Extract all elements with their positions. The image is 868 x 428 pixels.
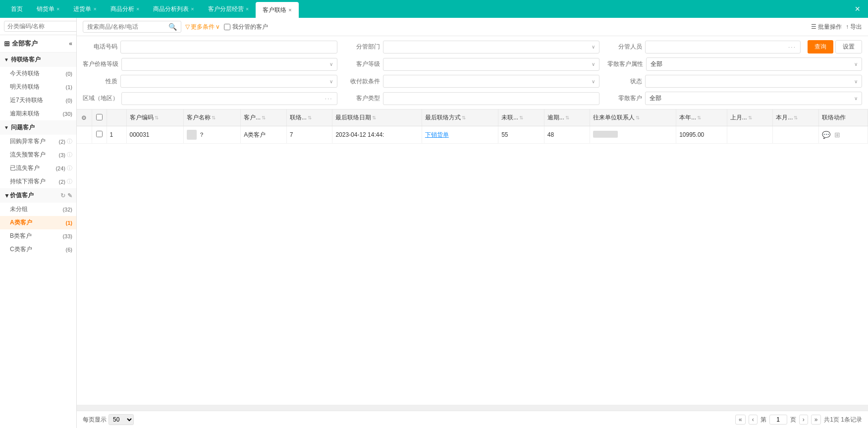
nav-product-analysis-close[interactable]: ×: [136, 6, 139, 12]
nav-home[interactable]: 首页: [4, 0, 30, 18]
row-type: A类客户: [241, 126, 287, 144]
row-last-method[interactable]: 下销货单: [422, 126, 498, 144]
nav-customer-contact-close[interactable]: ×: [288, 7, 291, 13]
page-number-input[interactable]: [769, 415, 787, 425]
table-col-uncontacted[interactable]: 未联...⇅: [498, 109, 544, 126]
row-checkbox-cell[interactable]: [92, 126, 107, 144]
nav-customer-contact[interactable]: 客户联络 ×: [256, 2, 298, 18]
nav-customer-segment[interactable]: 客户分层经营 ×: [201, 0, 256, 18]
export-button[interactable]: ↑ 导出: [846, 23, 862, 31]
price-level-dropdown[interactable]: ∨: [121, 58, 337, 71]
my-customers-checkbox[interactable]: [224, 24, 230, 30]
info-icon: ⓘ: [67, 138, 72, 145]
info-icon: ⓘ: [67, 164, 72, 172]
payment-dropdown[interactable]: ∨: [383, 75, 600, 88]
sidebar-item-churn-warning[interactable]: 流失预警客户 (3) ⓘ: [0, 148, 76, 161]
arrow-down-icon: ▼: [4, 192, 10, 199]
filter-search-icon[interactable]: 🔍: [168, 23, 177, 31]
table-col-last-method[interactable]: 最后联络方式⇅: [422, 109, 498, 126]
row-last-date: 2023-04-12 14:44:: [332, 126, 422, 144]
edit-icon[interactable]: ✎: [67, 192, 72, 199]
row-last-month: [727, 126, 773, 144]
table-col-action: 联络动作: [818, 109, 868, 126]
retail-customer-dropdown[interactable]: 全部∨: [645, 92, 862, 105]
customer-type-input[interactable]: [383, 92, 600, 105]
table-col-unit-contact[interactable]: 往来单位联系人⇅: [590, 109, 676, 126]
table-col-type[interactable]: 客户...⇅: [241, 109, 287, 126]
my-customers-checkbox-label[interactable]: 我分管的客户: [224, 23, 268, 31]
grid-action-icon[interactable]: ⊞: [834, 131, 840, 139]
settings-button[interactable]: 设置: [835, 40, 862, 54]
nav-product-list[interactable]: 商品分析列表 ×: [146, 0, 201, 18]
sidebar-item-today[interactable]: 今天待联络 (0): [0, 67, 76, 80]
retail-attr-dropdown[interactable]: 全部∨: [646, 57, 862, 71]
sidebar-item-c-class[interactable]: C类客户 (6): [0, 243, 76, 256]
sidebar: 🔍 ⊞ 全部客户 « ▼ 待联络客户 今天待联络 (0) 明天待联络 (1) 近…: [0, 18, 77, 428]
select-all-checkbox[interactable]: [96, 114, 103, 120]
nav-sales[interactable]: 销货单 ×: [30, 0, 66, 18]
horizontal-scrollbar[interactable]: [77, 405, 868, 411]
per-page-area: 每页显示 50 100 200: [83, 414, 134, 425]
more-conditions-btn[interactable]: ▽ 更多条件 ∨: [185, 23, 220, 31]
customer-level-dropdown[interactable]: ∨: [383, 58, 600, 71]
last-page-button[interactable]: »: [811, 415, 821, 425]
sidebar-group-pending[interactable]: ▼ 待联络客户: [0, 53, 76, 67]
sidebar-item-a-class[interactable]: A类客户 (1): [0, 216, 76, 229]
sidebar-search-input[interactable]: [4, 21, 77, 32]
table-row: 1 000031 ？ A类客户 7 2023-04-12 14:44:: [77, 126, 868, 144]
per-page-select[interactable]: 50 100 200: [108, 414, 134, 425]
sidebar-item-overdue[interactable]: 逾期未联络 (30): [0, 107, 76, 120]
sidebar-item-declining[interactable]: 持续下滑客户 (2) ⓘ: [0, 175, 76, 188]
table-col-code[interactable]: 客户编码⇅: [126, 109, 183, 126]
sidebar-group-problem[interactable]: ▼ 问题客户: [0, 120, 76, 135]
chevron-down-icon: ∨: [216, 23, 220, 30]
grid-icon: ⊞: [4, 40, 10, 48]
status-dropdown[interactable]: ∨: [645, 75, 862, 88]
row-checkbox[interactable]: [96, 131, 103, 137]
phone-input[interactable]: [120, 41, 337, 54]
table-settings-col[interactable]: ⚙: [77, 109, 92, 126]
sidebar-all-customers[interactable]: ⊞ 全部客户 «: [0, 35, 76, 53]
sidebar-collapse-icon[interactable]: «: [69, 40, 72, 47]
sidebar-item-repurchase-anomaly[interactable]: 回购异常客户 (2) ⓘ: [0, 135, 76, 148]
content-area: 🔍 ▽ 更多条件 ∨ 我分管的客户 ☰ 批量操作 ↑ 导出: [77, 18, 868, 428]
region-input[interactable]: ···: [121, 92, 337, 105]
table-col-this-year[interactable]: 本年...⇅: [676, 109, 727, 126]
sidebar-item-b-class[interactable]: B类客户 (33): [0, 229, 76, 243]
query-button[interactable]: 查询: [808, 40, 833, 54]
table-col-name[interactable]: 客户名称⇅: [183, 109, 240, 126]
table-col-contact[interactable]: 联络...⇅: [286, 109, 332, 126]
table-check-all-col[interactable]: [92, 109, 107, 126]
nature-dropdown[interactable]: ∨: [120, 75, 337, 88]
table-col-last-date[interactable]: 最后联络日期⇅: [332, 109, 422, 126]
first-page-button[interactable]: «: [735, 415, 746, 425]
prev-page-button[interactable]: ‹: [749, 415, 758, 425]
nav-sales-close[interactable]: ×: [56, 6, 59, 12]
filter-search-input[interactable]: [87, 23, 166, 30]
dept-dropdown[interactable]: ∨: [383, 41, 600, 54]
nav-customer-segment-close[interactable]: ×: [246, 6, 249, 12]
refresh-icon[interactable]: ↻: [60, 192, 65, 199]
batch-op-button[interactable]: ☰ 批量操作: [811, 23, 842, 31]
next-page-button[interactable]: ›: [799, 415, 808, 425]
nav-product-list-close[interactable]: ×: [191, 6, 194, 12]
table-col-overdue[interactable]: 逾期...⇅: [544, 109, 590, 126]
window-close-button[interactable]: ×: [851, 4, 864, 14]
sidebar-item-churned[interactable]: 已流失客户 (24) ⓘ: [0, 161, 76, 175]
nav-purchase[interactable]: 进货单 ×: [66, 0, 103, 18]
row-this-month: [773, 126, 819, 144]
nav-purchase-close[interactable]: ×: [93, 6, 96, 12]
sidebar-search-area: 🔍: [0, 18, 76, 35]
sidebar-group-value[interactable]: ▼ 价值客户 ↻ ✎: [0, 188, 76, 203]
comment-action-icon[interactable]: 💬: [822, 131, 830, 139]
sidebar-item-ungrouped[interactable]: 未分组 (32): [0, 203, 76, 216]
person-input[interactable]: ···: [645, 41, 801, 54]
table-col-last-month[interactable]: 上月...⇅: [727, 109, 773, 126]
table-col-this-month[interactable]: 本月...⇅: [773, 109, 819, 126]
sidebar-item-tomorrow[interactable]: 明天待联络 (1): [0, 80, 76, 94]
sidebar-item-7days[interactable]: 近7天待联络 (0): [0, 94, 76, 107]
nav-product-analysis[interactable]: 商品分析 ×: [104, 0, 146, 18]
filter-row-customer-type: 客户类型: [345, 92, 600, 105]
row-name: ？: [183, 126, 240, 144]
filter-row-customer-level: 客户等级 ∨: [345, 57, 600, 71]
